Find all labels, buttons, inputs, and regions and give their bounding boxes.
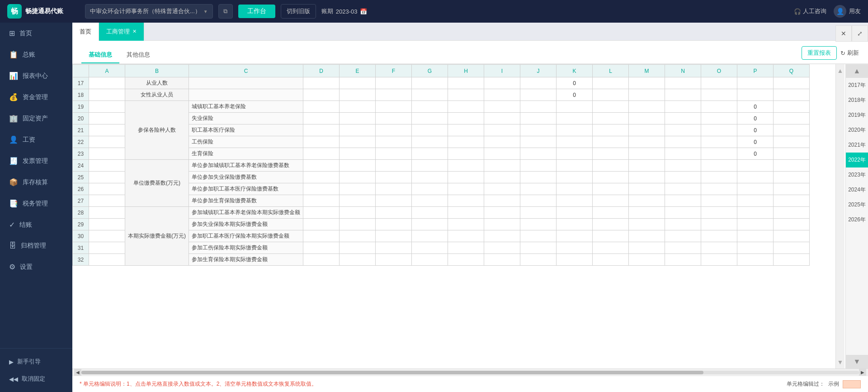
copy-icon-btn[interactable]: ⧉ [218, 4, 233, 19]
hscroll-track[interactable] [81, 371, 859, 374]
col-n-cell[interactable] [665, 89, 701, 101]
col-g-cell[interactable] [412, 160, 448, 172]
col-j-cell[interactable] [520, 254, 557, 266]
col-e-cell[interactable] [340, 101, 376, 113]
col-g-cell[interactable] [412, 89, 448, 101]
col-l-cell[interactable] [593, 136, 629, 148]
col-k-cell[interactable] [557, 219, 593, 230]
col-o-cell[interactable] [701, 230, 737, 242]
col-g-cell[interactable] [412, 77, 448, 89]
col-m-cell[interactable] [629, 148, 665, 160]
col-o-cell[interactable] [701, 89, 737, 101]
col-i-cell[interactable] [484, 183, 520, 195]
col-j-cell[interactable] [520, 172, 557, 183]
col-o-cell[interactable] [701, 113, 737, 124]
col-o-cell[interactable] [701, 124, 737, 136]
col-l-cell[interactable] [593, 183, 629, 195]
col-e-cell[interactable] [340, 195, 376, 207]
col-j-cell[interactable] [520, 160, 557, 172]
col-a-cell[interactable] [89, 230, 125, 242]
year-item-2022年[interactable]: 2022年 [846, 153, 868, 167]
sidebar-item-salary[interactable]: 👤工资 [0, 129, 72, 150]
calendar-icon[interactable]: 📅 [360, 8, 367, 15]
col-j-cell[interactable] [520, 89, 557, 101]
year-scroll-down-button[interactable]: ▼ [846, 355, 868, 368]
col-a-cell[interactable] [89, 183, 125, 195]
col-p-cell[interactable] [737, 160, 774, 172]
col-m-cell[interactable] [629, 89, 665, 101]
col-c-cell[interactable]: 参加职工基本医疗保险本期实际缴费金额 [189, 230, 303, 242]
col-n-cell[interactable] [665, 148, 701, 160]
col-j-cell[interactable] [520, 148, 557, 160]
col-e-cell[interactable] [340, 160, 376, 172]
col-n-cell[interactable] [665, 124, 701, 136]
col-l-cell[interactable] [593, 160, 629, 172]
sidebar-item-reports[interactable]: 📊报表中心 [0, 65, 72, 86]
col-g-cell[interactable] [412, 136, 448, 148]
col-e-cell[interactable] [340, 230, 376, 242]
col-h-cell[interactable] [448, 172, 484, 183]
col-m-cell[interactable] [629, 172, 665, 183]
col-h-cell[interactable] [448, 113, 484, 124]
col-f-cell[interactable] [376, 148, 412, 160]
sidebar-item-home[interactable]: ⊞首页 [0, 23, 72, 44]
col-c-cell[interactable]: 参加城镇职工基本养老保险本期实际缴费金额 [189, 207, 303, 219]
sidebar-item-settings[interactable]: ⚙设置 [0, 256, 72, 277]
col-p-cell[interactable]: 0 [737, 101, 774, 113]
col-j-cell[interactable] [520, 136, 557, 148]
col-a-cell[interactable] [89, 195, 125, 207]
col-k-cell[interactable] [557, 230, 593, 242]
col-m-cell[interactable] [629, 101, 665, 113]
col-i-cell[interactable] [484, 101, 520, 113]
col-header-L[interactable]: L [593, 65, 629, 77]
sidebar-item-closing[interactable]: ✓结账 [0, 214, 72, 235]
col-j-cell[interactable] [520, 101, 557, 113]
col-d-cell[interactable] [303, 77, 340, 89]
col-k-cell[interactable] [557, 242, 593, 254]
col-header-I[interactable]: I [484, 65, 520, 77]
col-p-cell[interactable] [737, 230, 774, 242]
year-item-2019年[interactable]: 2019年 [846, 108, 868, 123]
col-header-M[interactable]: M [629, 65, 665, 77]
col-f-cell[interactable] [376, 89, 412, 101]
col-d-cell[interactable] [303, 89, 340, 101]
col-h-cell[interactable] [448, 136, 484, 148]
col-l-cell[interactable] [593, 207, 629, 219]
col-q-cell[interactable] [774, 148, 810, 160]
col-p-cell[interactable] [737, 183, 774, 195]
col-n-cell[interactable] [665, 136, 701, 148]
col-m-cell[interactable] [629, 230, 665, 242]
col-j-cell[interactable] [520, 207, 557, 219]
col-c-cell[interactable]: 单位参加失业保险缴费基数 [189, 172, 303, 183]
col-l-cell[interactable] [593, 254, 629, 266]
col-g-cell[interactable] [412, 207, 448, 219]
col-header-G[interactable]: G [412, 65, 448, 77]
col-o-cell[interactable] [701, 160, 737, 172]
col-k-cell[interactable] [557, 254, 593, 266]
col-h-cell[interactable] [448, 148, 484, 160]
col-d-cell[interactable] [303, 136, 340, 148]
col-d-cell[interactable] [303, 254, 340, 266]
col-g-cell[interactable] [412, 148, 448, 160]
col-p-cell[interactable] [737, 89, 774, 101]
col-k-cell[interactable] [557, 148, 593, 160]
col-n-cell[interactable] [665, 242, 701, 254]
col-c-cell[interactable] [189, 77, 303, 89]
ai-consult-button[interactable]: 🎧 人工咨询 [794, 7, 826, 15]
col-n-cell[interactable] [665, 172, 701, 183]
col-o-cell[interactable] [701, 183, 737, 195]
col-d-cell[interactable] [303, 148, 340, 160]
col-n-cell[interactable] [665, 113, 701, 124]
col-q-cell[interactable] [774, 230, 810, 242]
col-c-cell[interactable]: 城镇职工基本养老保险 [189, 101, 303, 113]
col-h-cell[interactable] [448, 101, 484, 113]
col-n-cell[interactable] [665, 254, 701, 266]
col-i-cell[interactable] [484, 113, 520, 124]
col-i-cell[interactable] [484, 254, 520, 266]
col-h-cell[interactable] [448, 219, 484, 230]
col-l-cell[interactable] [593, 101, 629, 113]
sidebar-item-assets[interactable]: 🏢固定资产 [0, 108, 72, 129]
col-e-cell[interactable] [340, 113, 376, 124]
col-n-cell[interactable] [665, 183, 701, 195]
col-n-cell[interactable] [665, 160, 701, 172]
